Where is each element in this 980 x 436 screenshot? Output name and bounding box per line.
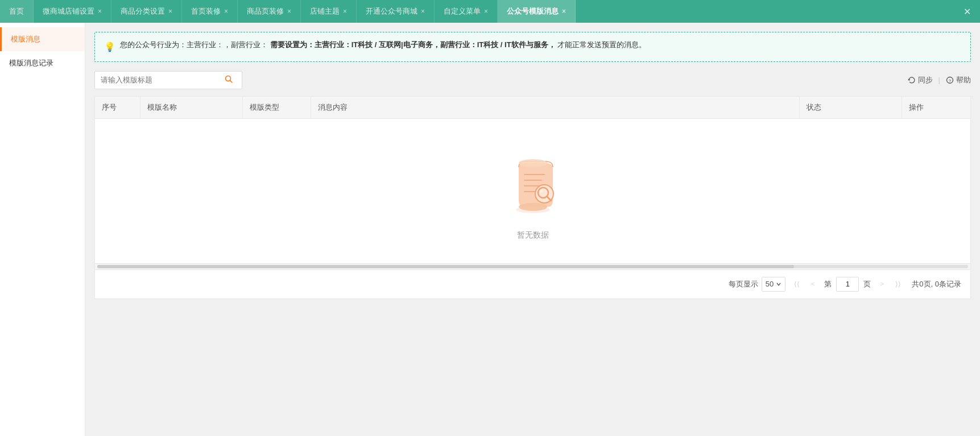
tab-wechat-shop-label: 微商城店铺设置 [43,6,94,16]
pagination-nav: ⟨⟨ ＜ 第 页 ＞ ⟩⟩ 共0页, 0条记录 [790,277,961,292]
tab-bar: 首页 微商城店铺设置 × 商品分类设置 × 首页装修 × 商品页装修 × 店铺主… [0,0,980,23]
table-header: 序号 模版名称 模版类型 消息内容 状态 操作 [95,97,970,119]
empty-text: 暂无数据 [517,230,549,240]
tab-product-decor-label: 商品页装修 [247,6,284,16]
page-number-input[interactable] [836,277,859,292]
scrollbar-area[interactable] [95,263,970,270]
tab-product-category[interactable]: 商品分类设置 × [111,0,182,23]
per-page-value: 50 [766,280,774,288]
tab-wechat-shop[interactable]: 微商城店铺设置 × [34,0,111,23]
sync-icon [908,76,916,84]
tab-custom-menu-close[interactable]: × [484,7,488,15]
tab-home-decor-close[interactable]: × [224,7,228,15]
notice-prefix: 您的公众号行业为：主营行业：，副营行业： [120,40,268,49]
per-page-dropdown[interactable]: 50 [762,277,785,292]
search-bar: 同步 | ? 帮助 [94,71,971,89]
tab-home[interactable]: 首页 [0,0,34,23]
tab-shop-theme[interactable]: 店铺主题 × [301,0,357,23]
sidebar-item-template-message-label: 模版消息 [11,35,40,43]
tab-template-msg-close[interactable]: × [562,7,566,15]
th-content: 消息内容 [311,97,800,118]
next-page-button[interactable]: ＞ [875,277,889,291]
empty-illustration [499,153,567,221]
total-records-label: 共0页, 0条记录 [912,279,961,289]
tab-custom-menu-label: 自定义菜单 [444,6,481,16]
tab-shop-theme-close[interactable]: × [343,7,347,15]
notice-box: 💡 您的公众号行业为：主营行业：，副营行业： 需要设置为：主营行业：IT科技 /… [94,32,971,62]
sidebar: 模版消息 模版消息记录 [0,23,85,436]
th-status: 状态 [800,97,902,118]
tab-custom-menu[interactable]: 自定义菜单 × [435,0,498,23]
global-close-button[interactable]: ✕ [954,6,980,17]
sidebar-item-template-message[interactable]: 模版消息 [0,27,85,51]
last-page-button[interactable]: ⟩⟩ [891,277,905,291]
prev-page-button[interactable]: ＜ [806,277,820,291]
per-page-select: 每页显示 50 [729,277,785,292]
pagination: 每页显示 50 ⟨⟨ ＜ 第 页 ＞ ⟩⟩ 共0页 [95,270,970,298]
th-type: 模版类型 [243,97,311,118]
search-button[interactable] [220,75,237,85]
tab-product-decor[interactable]: 商品页装修 × [238,0,301,23]
svg-point-14 [540,189,543,192]
search-icon [225,75,233,83]
tab-template-msg-label: 公众号模版消息 [507,6,559,16]
tab-home-decor[interactable]: 首页装修 × [182,0,238,23]
search-input[interactable] [95,76,220,84]
notice-text: 您的公众号行业为：主营行业：，副营行业： 需要设置为：主营行业：IT科技 / 互… [120,39,961,51]
help-button[interactable]: ? 帮助 [946,75,971,85]
svg-point-5 [519,159,547,167]
empty-state: 暂无数据 [95,119,970,263]
svg-text:?: ? [949,78,952,83]
page-suffix-label: 页 [863,279,871,289]
data-table: 序号 模版名称 模版类型 消息内容 状态 操作 [94,96,971,299]
sidebar-item-template-records[interactable]: 模版消息记录 [0,51,85,75]
notice-highlight: 需要设置为：主营行业：IT科技 / 互联网|电子商务，副营行业：IT科技 / I… [270,40,556,49]
page-prefix-label: 第 [824,279,832,289]
svg-line-1 [230,81,233,83]
content-area: 💡 您的公众号行业为：主营行业：，副营行业： 需要设置为：主营行业：IT科技 /… [85,23,980,436]
scrollbar-thumb [97,265,794,268]
notice-icon: 💡 [104,40,115,55]
main-layout: 模版消息 模版消息记录 💡 您的公众号行业为：主营行业：，副营行业： 需要设置为… [0,23,980,436]
notice-suffix: 才能正常发送预置的消息。 [557,40,646,49]
first-page-button[interactable]: ⟨⟨ [790,277,804,291]
tab-home-decor-label: 首页装修 [191,6,221,16]
search-input-wrap[interactable] [94,71,242,89]
help-icon: ? [946,76,954,84]
sidebar-item-template-records-label: 模版消息记录 [9,59,53,67]
th-name: 模版名称 [140,97,243,118]
tab-product-category-close[interactable]: × [168,7,172,15]
tab-open-mall-close[interactable]: × [421,7,425,15]
scrollbar-track [97,265,968,268]
search-actions: 同步 | ? 帮助 [908,75,971,85]
tab-template-msg[interactable]: 公众号模版消息 × [498,0,576,23]
tab-open-mall[interactable]: 开通公众号商城 × [357,0,435,23]
th-action: 操作 [902,97,970,118]
divider: | [938,76,940,84]
per-page-label: 每页显示 [729,279,758,289]
chevron-down-icon [776,281,781,287]
svg-point-6 [519,203,547,211]
tab-wechat-shop-close[interactable]: × [98,7,102,15]
sync-label: 同步 [918,75,933,85]
tab-shop-theme-label: 店铺主题 [310,6,340,16]
th-index: 序号 [95,97,140,118]
help-label: 帮助 [956,75,971,85]
tab-open-mall-label: 开通公众号商城 [366,6,417,16]
tab-product-category-label: 商品分类设置 [121,6,165,16]
tab-product-decor-close[interactable]: × [287,7,291,15]
tab-home-label: 首页 [9,6,24,16]
sync-button[interactable]: 同步 [908,75,933,85]
